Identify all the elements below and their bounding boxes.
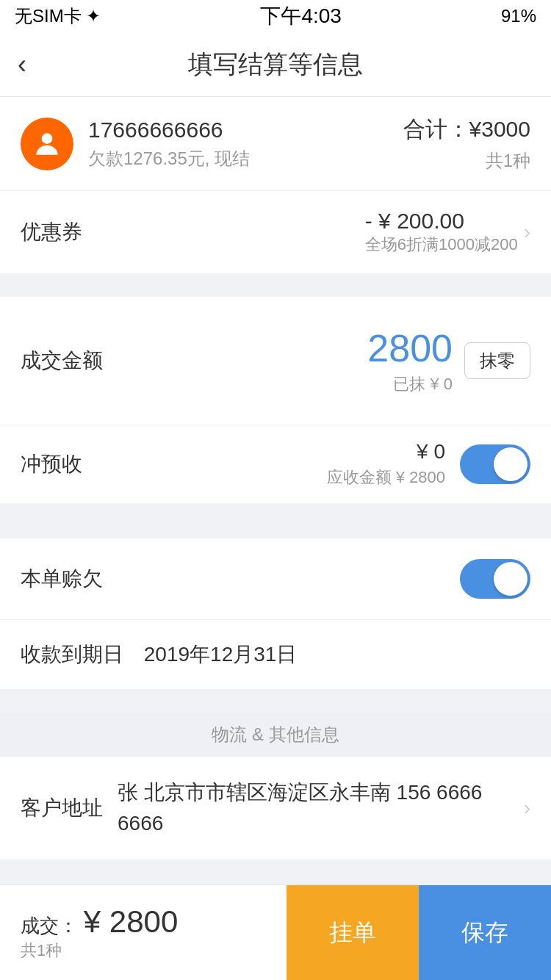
page-title: 填写结算等信息 — [188, 48, 363, 82]
logistics-divider: 物流 & 其他信息 — [0, 713, 551, 757]
deal-value-group: 2800 已抹 ¥ 0 抹零 — [367, 326, 530, 395]
due-date-value: 2019年12月31日 — [144, 643, 298, 666]
debt-label: 本单赊欠 — [21, 565, 103, 593]
bottom-deal-label: 成交： — [21, 915, 78, 937]
address-section: 客户地址 张 北京市市辖区海淀区永丰南 156 6666 6666 › — [0, 757, 551, 860]
debt-toggle-knob — [494, 562, 527, 596]
bottom-deal-line: 成交： ¥ 2800 — [21, 904, 266, 940]
prepay-value-group: ¥ 0 应收金额 ¥ 2800 — [327, 440, 445, 489]
deal-amount-row: 成交金额 2800 已抹 ¥ 0 抹零 — [0, 297, 551, 425]
customer-row: 17666666666 欠款1276.35元, 现结 合计：¥3000 共1种 — [0, 97, 551, 190]
coupon-detail: 全场6折满1000减200 — [365, 234, 518, 256]
customer-debt: 欠款1276.35元, 现结 — [88, 147, 403, 170]
coupon-right: - ¥ 200.00 全场6折满1000减200 › — [365, 209, 530, 256]
coupon-label: 优惠券 — [21, 218, 82, 246]
back-button[interactable]: ‹ — [18, 49, 26, 80]
bottom-deal-count: 共1种 — [21, 940, 266, 962]
status-right: 91% — [501, 6, 536, 26]
address-label: 客户地址 — [21, 794, 103, 822]
prepay-toggle[interactable] — [460, 444, 530, 484]
debt-row: 本单赊欠 — [0, 538, 551, 619]
debt-section: 本单赊欠 收款到期日 2019年12月31日 — [0, 538, 551, 689]
customer-section: 17666666666 欠款1276.35元, 现结 合计：¥3000 共1种 … — [0, 97, 551, 273]
customer-phone: 17666666666 — [88, 118, 403, 143]
customer-info: 17666666666 欠款1276.35元, 现结 — [88, 118, 403, 170]
svg-point-0 — [42, 133, 53, 144]
deal-label: 成交金额 — [21, 347, 103, 375]
divider-text: 物流 & 其他信息 — [212, 723, 339, 746]
toggle-knob — [494, 447, 527, 481]
prepay-row: 冲预收 ¥ 0 应收金额 ¥ 2800 — [0, 425, 551, 503]
due-date-label: 收款到期日 — [21, 643, 123, 666]
customer-total: 合计：¥3000 共1种 — [403, 115, 530, 173]
deal-amount-value: 2800 — [367, 326, 453, 370]
coupon-row[interactable]: 优惠券 - ¥ 200.00 全场6折满1000减200 › — [0, 190, 551, 273]
coupon-arrow-icon: › — [524, 220, 530, 244]
debt-toggle[interactable] — [460, 559, 530, 599]
section-gap-3 — [0, 701, 551, 713]
address-arrow-icon: › — [524, 796, 530, 820]
avatar — [21, 118, 73, 170]
status-time: 下午4:03 — [260, 2, 342, 30]
hold-button[interactable]: 挂单 — [287, 885, 419, 980]
prepay-right: ¥ 0 应收金额 ¥ 2800 — [327, 440, 530, 489]
bottom-bar: 成交： ¥ 2800 共1种 挂单 保存 — [0, 884, 551, 980]
save-button[interactable]: 保存 — [419, 885, 551, 980]
status-left: 无SIM卡 ✦ — [15, 4, 101, 28]
total-amount: 合计：¥3000 — [403, 115, 530, 145]
battery-status: 91% — [501, 6, 536, 26]
prepay-amount: ¥ 0 — [327, 440, 445, 464]
total-count: 共1种 — [403, 149, 530, 173]
amount-section: 成交金额 2800 已抹 ¥ 0 抹零 冲预收 ¥ 0 应收金额 ¥ 2800 — [0, 297, 551, 503]
bottom-summary: 成交： ¥ 2800 共1种 — [0, 885, 287, 980]
sim-status: 无SIM卡 ✦ — [15, 4, 101, 28]
status-bar: 无SIM卡 ✦ 下午4:03 91% — [0, 0, 551, 32]
nav-bar: ‹ 填写结算等信息 — [0, 32, 551, 97]
prepay-label: 冲预收 — [21, 450, 82, 478]
user-icon — [31, 128, 63, 160]
bottom-deal-amount: ¥ 2800 — [84, 904, 178, 939]
deal-amount-sub: 已抹 ¥ 0 — [367, 373, 453, 395]
due-date-row: 收款到期日 2019年12月31日 — [0, 619, 551, 689]
coupon-discount: - ¥ 200.00 — [365, 209, 518, 234]
address-row[interactable]: 客户地址 张 北京市市辖区海淀区永丰南 156 6666 6666 › — [0, 757, 551, 860]
prepay-sub: 应收金额 ¥ 2800 — [327, 466, 445, 489]
section-gap-2 — [0, 515, 551, 527]
address-value: 张 北京市市辖区海淀区永丰南 156 6666 6666 — [118, 777, 524, 839]
section-gap-1 — [0, 285, 551, 297]
round-button[interactable]: 抹零 — [464, 342, 530, 379]
